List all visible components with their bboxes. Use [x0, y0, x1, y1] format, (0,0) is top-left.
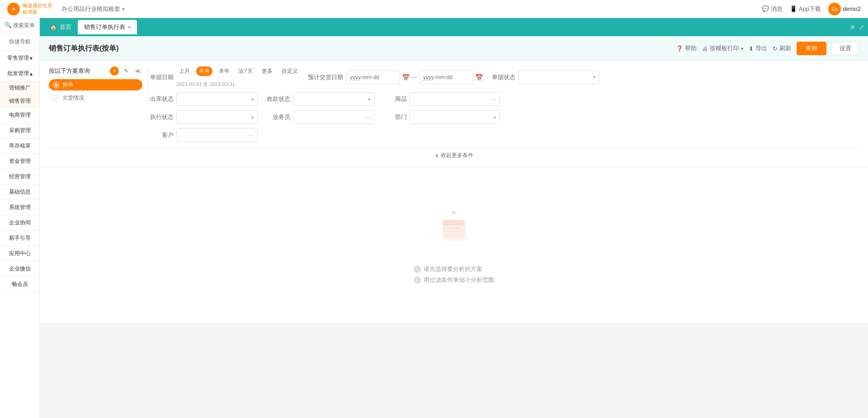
- refresh-button[interactable]: ↻ 刷新: [773, 44, 791, 52]
- close-window-icon[interactable]: ✕: [850, 24, 855, 31]
- logo-icon: [7, 3, 20, 15]
- add-scheme-button[interactable]: +: [110, 66, 119, 76]
- sidebar-item-wholesale[interactable]: 批发管理 ▴: [0, 66, 39, 81]
- app-download-button[interactable]: 📱 App下载: [790, 5, 821, 13]
- maximize-icon[interactable]: ⤢: [859, 24, 864, 31]
- message-button[interactable]: 💬 消息: [762, 5, 783, 13]
- sidebar-item-inventory[interactable]: 库存核算: [0, 138, 39, 154]
- refresh-icon: ↻: [773, 45, 778, 52]
- delivery-status-select[interactable]: ▾: [176, 92, 258, 106]
- customer-select[interactable]: ···: [176, 128, 258, 142]
- print-button[interactable]: 🖨 按模板打印 ▾: [702, 44, 743, 52]
- svg-rect-4: [447, 228, 461, 229]
- chevron-down-icon: ▾: [30, 55, 33, 62]
- tab-sales-order[interactable]: 销售订单执行表 ×: [78, 20, 137, 34]
- content-area: 销售订单执行表(按单) ❓ 帮助 🖨 按模板打印 ▾ ⬇ 导出: [40, 36, 868, 418]
- top-bar-right: 💬 消息 📱 App下载 Ea demo2: [762, 3, 861, 15]
- scheme-icon: ●: [52, 81, 60, 89]
- date-presets: 上月 本月 本年 近7天 更多 自定义: [176, 66, 301, 76]
- top-bar-left: 畅捷通好生意 标准版 办公用品行业模拟账套 ▾: [7, 3, 125, 15]
- sidebar-item-operations[interactable]: 经营管理: [0, 169, 39, 185]
- sidebar-item-basics[interactable]: 基础信息: [0, 185, 39, 200]
- filter-panel: 按以下方案查询 + ✎ ≪ ● 按单 ○: [40, 61, 868, 168]
- salesperson-select[interactable]: ···: [293, 110, 374, 124]
- sidebar-item-apps[interactable]: 应用中心: [0, 246, 39, 261]
- goods-more-icon[interactable]: ···: [491, 95, 496, 103]
- page-header: 销售订单执行表(按单) ❓ 帮助 🖨 按模板打印 ▾ ⬇ 导出: [40, 36, 868, 61]
- goods-field: 商品 ···: [382, 92, 500, 106]
- sidebar-search-label[interactable]: 搜索菜单: [13, 22, 35, 28]
- logo-text: 畅捷通好生意 标准版: [23, 3, 52, 14]
- sidebar-item-ecommerce[interactable]: 电商管理: [0, 108, 39, 123]
- message-icon: 💬: [762, 5, 769, 12]
- filter-fields: 单据日期 上月 本月 本年 近7天 更多 自定义: [148, 66, 859, 147]
- preset-7days[interactable]: 近7天: [236, 66, 255, 76]
- exec-status-select[interactable]: ▾: [176, 110, 258, 124]
- sidebar-item-system[interactable]: 系统管理: [0, 200, 39, 215]
- sidebar-sub-item-sales[interactable]: 销售管理: [0, 95, 39, 108]
- preset-more[interactable]: 更多: [259, 66, 275, 76]
- order-status-select[interactable]: ▾: [518, 71, 599, 84]
- breadcrumb[interactable]: 办公用品行业模拟账套 ▾: [61, 5, 125, 13]
- payment-status-select[interactable]: ▾: [293, 92, 374, 106]
- scheme-panel: 按以下方案查询 + ✎ ≪ ● 按单 ○: [49, 66, 148, 104]
- export-button[interactable]: ⬇ 导出: [749, 44, 767, 52]
- exec-dropdown-icon: ▾: [251, 115, 254, 120]
- customer-more-icon[interactable]: ···: [248, 132, 254, 139]
- breadcrumb-arrow-icon: ▾: [122, 6, 125, 12]
- preset-this-year[interactable]: 本年: [216, 66, 232, 76]
- salesperson-label: 业务员: [265, 113, 290, 121]
- edit-scheme-button[interactable]: ✎: [122, 66, 131, 76]
- sidebar-sub-item-marketing[interactable]: 营销推广: [0, 81, 39, 95]
- delivery-dropdown-icon: ▾: [251, 97, 254, 102]
- chevron-up-icon: ▴: [30, 71, 33, 77]
- scheme-item-active[interactable]: ● 按单: [49, 79, 142, 90]
- empty-state: 1 请先选择要分析的方案 2 用过滤条件来缩小分析范围: [40, 168, 868, 323]
- sidebar-item-purchase[interactable]: 采购管理: [0, 123, 39, 138]
- sidebar-item-wechat[interactable]: 企业微信: [0, 261, 39, 277]
- sidebar-item-guide[interactable]: 新手引导: [0, 231, 39, 246]
- order-status-label: 单据状态: [490, 73, 515, 81]
- sidebar-item-member[interactable]: 畅会员: [0, 277, 39, 292]
- settings-button[interactable]: 设置: [832, 42, 859, 55]
- top-bar: 畅捷通好生意 标准版 办公用品行业模拟账套 ▾ 💬 消息 📱 App下载 Ea …: [0, 0, 868, 18]
- help-icon: ❓: [676, 45, 683, 52]
- dept-select[interactable]: ▾: [410, 110, 500, 124]
- app-icon: 📱: [790, 5, 797, 12]
- payment-status-label: 收款状态: [265, 95, 290, 103]
- empty-tip-2: 2 用过滤条件来缩小分析范围: [414, 276, 494, 284]
- query-button[interactable]: 查询: [797, 42, 826, 55]
- user-area[interactable]: Ea demo2: [828, 3, 861, 15]
- sidebar-item-finance[interactable]: 资金管理: [0, 154, 39, 169]
- tab-bar: 🏠 首页 销售订单执行表 × ✕ ⤢: [40, 18, 868, 36]
- tab-bar-actions: ✕ ⤢: [850, 24, 864, 31]
- breadcrumb-text: 办公用品行业模拟账套: [61, 5, 120, 13]
- goods-select[interactable]: ···: [410, 92, 500, 106]
- tab-close-icon[interactable]: ×: [128, 24, 131, 30]
- sub-item-icon: ○: [52, 95, 60, 102]
- tab-home[interactable]: 🏠 首页: [43, 20, 78, 34]
- svg-rect-3: [443, 220, 465, 225]
- predicted-date-start[interactable]: [346, 71, 400, 84]
- preset-custom[interactable]: 自定义: [279, 66, 301, 76]
- calendar-end-icon[interactable]: 📅: [475, 74, 483, 81]
- svg-point-6: [453, 212, 455, 214]
- print-icon: 🖨: [702, 45, 708, 52]
- sidebar-search[interactable]: 🔍 搜索菜单: [0, 18, 39, 33]
- preset-this-month[interactable]: 本月: [196, 66, 212, 76]
- empty-illustration: [431, 204, 476, 258]
- preset-last-month[interactable]: 上月: [176, 66, 193, 76]
- calendar-start-icon[interactable]: 📅: [402, 74, 410, 81]
- sidebar-item-enterprise[interactable]: 企业协同: [0, 215, 39, 231]
- help-button[interactable]: ❓ 帮助: [676, 44, 697, 52]
- sidebar-sub-marketing: 营销推广 销售管理: [0, 81, 39, 108]
- sidebar-shortcut[interactable]: 快捷导航: [0, 33, 39, 51]
- user-name: demo2: [843, 5, 861, 12]
- sidebar-item-retail[interactable]: 零售管理 ▾: [0, 51, 39, 66]
- collapse-scheme-button[interactable]: ≪: [133, 66, 142, 76]
- predicted-date-end[interactable]: [419, 71, 473, 84]
- sub-item-shortage[interactable]: ○ 欠货情况: [49, 92, 142, 104]
- collapse-button[interactable]: ∧ 收起更多条件: [435, 152, 473, 159]
- salesperson-more-icon[interactable]: ···: [365, 114, 370, 121]
- shortcut-label[interactable]: 快捷导航: [0, 35, 39, 48]
